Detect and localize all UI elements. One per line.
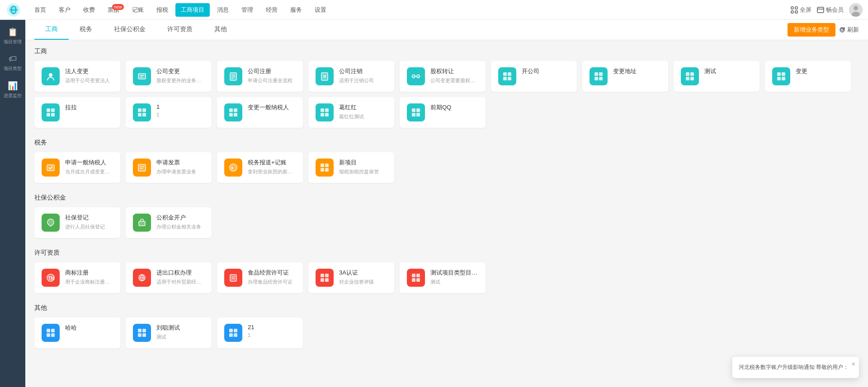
sidebar-label: 项目管理	[4, 39, 22, 45]
svg-rect-28	[508, 77, 511, 80]
nav-item-记账[interactable]: 记账	[127, 3, 149, 17]
card-商标注册[interactable]: TM商标注册用于企业商标注册服务	[34, 262, 120, 293]
card-哈哈[interactable]: 哈哈	[34, 317, 120, 348]
avatar[interactable]	[849, 3, 863, 17]
sidebar-item-项目管理[interactable]: 📋项目管理	[0, 23, 25, 49]
svg-rect-89	[51, 333, 55, 337]
card-公司变更[interactable]: 公司变更股权变更外的业务变更	[126, 61, 212, 92]
card-社保登记[interactable]: 社保登记进行人员社保登记	[34, 207, 120, 238]
nav-item-设置[interactable]: 设置	[309, 3, 332, 17]
nav-item-消息[interactable]: 消息	[212, 3, 234, 17]
svg-rect-75	[230, 275, 236, 281]
member-button[interactable]: 畅会员	[817, 6, 844, 14]
card-食品经营许可证[interactable]: 食品经营许可证办理食品经营许可证	[217, 262, 303, 293]
svg-rect-67	[321, 163, 324, 167]
fullscreen-button[interactable]: 全屏	[791, 6, 811, 14]
nav-item-报税[interactable]: 报税	[151, 3, 174, 17]
nav-item-工商项目[interactable]: 工商项目	[175, 3, 210, 17]
card-开公司[interactable]: 开公司	[491, 61, 577, 92]
svg-rect-84	[412, 278, 415, 282]
svg-rect-94	[229, 329, 233, 332]
card-新项目[interactable]: 新项目报税加税控盘保管	[308, 152, 394, 183]
card-1[interactable]: 11	[126, 97, 212, 128]
card-进出口权办理[interactable]: 进出口权办理适用于对外贸易经营者	[126, 262, 212, 293]
card-葛红红[interactable]: 葛红红葛红红测试	[308, 97, 394, 128]
svg-rect-85	[416, 278, 420, 282]
card-name: 食品经营许可证	[248, 269, 296, 277]
member-label: 畅会员	[826, 6, 844, 14]
card-测试项目类型目定义[interactable]: 测试项目类型目定义测试	[400, 262, 486, 293]
card-info: 开公司	[522, 67, 570, 77]
svg-rect-38	[782, 72, 785, 76]
card-变更一般纳税人[interactable]: 变更一般纳税人	[217, 97, 303, 128]
card-公积金开户[interactable]: 公积金开户办理公积金相关业务	[126, 207, 212, 238]
card-21[interactable]: 211	[217, 317, 303, 348]
nav-item-服务[interactable]: 服务	[285, 3, 307, 17]
card-税务报道+记账[interactable]: ¥税务报道+记账拿到营业执照的新公司	[217, 152, 303, 183]
section-其他: 其他 哈哈 刘聪测试测试 211	[34, 304, 859, 348]
nav-item-票据[interactable]: 票据new	[102, 3, 125, 17]
sub-tab-许可资质[interactable]: 许可资质	[156, 20, 203, 40]
top-nav: 首页客户收费票据new记账报税工商项目消息管理经营服务设置 全屏 畅会员	[0, 0, 868, 20]
card-刘聪测试[interactable]: 刘聪测试测试	[126, 317, 212, 348]
sidebar-item-进度监控[interactable]: 📊进度监控	[0, 77, 25, 103]
card-变更[interactable]: 变更	[765, 61, 851, 92]
card-desc: 进行人员社保登记	[65, 224, 113, 230]
card-name: 哈哈	[65, 324, 113, 332]
sidebar: 📋项目管理🏷项目类型📊进度监控	[0, 20, 25, 387]
card-公司注销[interactable]: 公司注销适用于注销公司	[308, 61, 394, 92]
card-icon	[133, 67, 151, 85]
notification-close-button[interactable]: ×	[852, 360, 855, 368]
nav-item-首页[interactable]: 首页	[29, 3, 52, 17]
sub-tab-税务[interactable]: 税务	[69, 20, 103, 40]
nav-item-经营[interactable]: 经营	[260, 3, 283, 17]
card-测试[interactable]: 测试	[674, 61, 760, 92]
svg-rect-71	[139, 221, 145, 226]
card-变更地址[interactable]: 变更地址	[582, 61, 668, 92]
sub-tab-工商[interactable]: 工商	[34, 20, 69, 40]
card-公司注册[interactable]: 公司注册申请公司注册全流程	[217, 61, 303, 92]
svg-rect-50	[234, 108, 237, 112]
card-info: 公司注册申请公司注册全流程	[248, 67, 296, 84]
svg-rect-78	[321, 274, 324, 277]
card-申请发票[interactable]: 申请发票办理申请发票业务	[126, 152, 212, 183]
nav-item-客户[interactable]: 客户	[53, 3, 76, 17]
card-法人变更[interactable]: 法人变更适用于公司变更法人	[34, 61, 120, 92]
nav-item-管理[interactable]: 管理	[236, 3, 259, 17]
svg-rect-56	[325, 113, 329, 117]
card-申请一般纳税人[interactable]: 申请一般纳税人当月或次月成变更完成	[34, 152, 120, 183]
card-拉拉[interactable]: 拉拉	[34, 97, 120, 128]
svg-rect-54	[325, 108, 329, 112]
sub-tab-社保公积金[interactable]: 社保公积金	[103, 20, 156, 40]
svg-rect-30	[599, 72, 603, 76]
notification-popup: × 河北税务数字账户升级影响通知 尊敬的用户：	[732, 357, 859, 378]
card-3A认证[interactable]: 3A认证对企业信誉评级	[308, 262, 394, 293]
svg-rect-29	[594, 72, 598, 76]
svg-rect-46	[142, 108, 146, 112]
sub-tabs-bar: 工商税务社保公积金许可资质其他 新增业务类型 刷新	[25, 20, 868, 40]
sidebar-icon: 🏷	[9, 54, 17, 64]
card-name: 商标注册	[65, 269, 113, 277]
nav-item-收费[interactable]: 收费	[78, 3, 100, 17]
svg-rect-88	[47, 333, 50, 337]
card-info: 公积金开户办理公积金相关业务	[156, 214, 204, 230]
card-前期QQ[interactable]: 前期QQ	[400, 97, 486, 128]
new-biz-type-button[interactable]: 新增业务类型	[788, 23, 835, 37]
sub-tab-其他[interactable]: 其他	[203, 20, 238, 40]
refresh-button[interactable]: 刷新	[839, 26, 859, 34]
svg-rect-93	[142, 333, 146, 337]
svg-rect-6	[795, 11, 797, 13]
card-info: 变更	[796, 67, 844, 77]
card-desc: 报税加税控盘保管	[339, 168, 387, 175]
card-股权转让[interactable]: 股权转让公司变更需要股权转让	[400, 61, 486, 92]
sidebar-item-项目类型[interactable]: 🏷项目类型	[0, 51, 25, 75]
card-icon	[133, 269, 151, 287]
tab-actions: 新增业务类型 刷新	[788, 23, 859, 37]
svg-rect-82	[412, 274, 415, 277]
card-desc: 1	[156, 112, 204, 117]
card-name: 申请发票	[156, 159, 204, 167]
card-info: 公司注销适用于注销公司	[339, 67, 387, 84]
card-desc: 申请公司注册全流程	[248, 77, 296, 84]
card-icon	[42, 67, 60, 85]
card-name: 变更	[796, 67, 844, 75]
